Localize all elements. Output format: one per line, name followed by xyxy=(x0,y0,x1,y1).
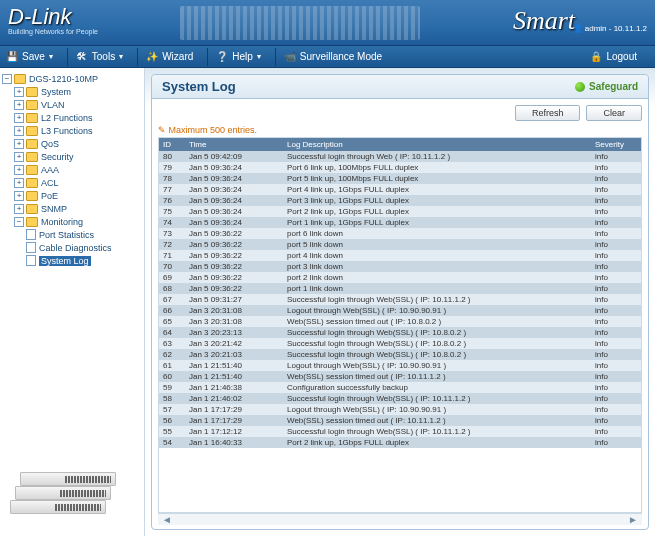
table-row[interactable]: 75Jan 5 09:36:24Port 2 link up, 1Gbps FU… xyxy=(159,206,641,217)
table-row[interactable]: 65Jan 3 20:31:08Web(SSL) session timed o… xyxy=(159,316,641,327)
table-row[interactable]: 55Jan 1 17:12:12Successful login through… xyxy=(159,426,641,437)
table-row[interactable]: 80Jan 5 09:42:09Successful login through… xyxy=(159,151,641,162)
table-row[interactable]: 57Jan 1 17:17:29Logout through Web(SSL) … xyxy=(159,404,641,415)
tools-menu[interactable]: 🛠 Tools ▾ xyxy=(70,46,135,67)
cell-sev: info xyxy=(591,404,641,415)
expand-icon[interactable]: + xyxy=(14,152,24,162)
table-row[interactable]: 73Jan 5 09:36:22port 6 link downinfo xyxy=(159,228,641,239)
table-row[interactable]: 72Jan 5 09:36:22port 5 link downinfo xyxy=(159,239,641,250)
table-row[interactable]: 58Jan 1 21:46:02Successful login through… xyxy=(159,393,641,404)
refresh-button[interactable]: Refresh xyxy=(515,105,581,121)
table-row[interactable]: 68Jan 5 09:36:22port 1 link downinfo xyxy=(159,283,641,294)
tree-item-security[interactable]: +Security xyxy=(2,150,142,163)
cell-id: 73 xyxy=(159,228,185,239)
table-row[interactable]: 64Jan 3 20:23:13Successful login through… xyxy=(159,327,641,338)
chevron-down-icon: ▾ xyxy=(257,52,261,61)
cell-sev: info xyxy=(591,382,641,393)
expand-icon[interactable]: + xyxy=(14,165,24,175)
tree-item-vlan[interactable]: +VLAN xyxy=(2,98,142,111)
collapse-icon[interactable]: − xyxy=(14,217,24,227)
scroll-right-icon[interactable]: ► xyxy=(628,514,638,525)
tree-item-label: Security xyxy=(41,152,74,162)
expand-icon[interactable]: + xyxy=(14,139,24,149)
expand-icon[interactable]: + xyxy=(14,178,24,188)
cell-sev: info xyxy=(591,206,641,217)
wizard-label: Wizard xyxy=(162,51,193,62)
tree-item-label: L3 Functions xyxy=(41,126,93,136)
tree-item-aaa[interactable]: +AAA xyxy=(2,163,142,176)
table-row[interactable]: 67Jan 5 09:31:27Successful login through… xyxy=(159,294,641,305)
cell-id: 64 xyxy=(159,327,185,338)
cell-sev: info xyxy=(591,217,641,228)
expand-icon[interactable]: + xyxy=(14,113,24,123)
table-row[interactable]: 70Jan 5 09:36:22port 3 link downinfo xyxy=(159,261,641,272)
clear-button[interactable]: Clear xyxy=(586,105,642,121)
cell-time: Jan 1 16:40:33 xyxy=(185,437,283,448)
tree-root[interactable]: − DGS-1210-10MP xyxy=(2,72,142,85)
page-icon xyxy=(26,255,36,266)
table-row[interactable]: 76Jan 5 09:36:24Port 3 link up, 1Gbps FU… xyxy=(159,195,641,206)
tree-item-label: Port Statistics xyxy=(39,230,94,240)
collapse-icon[interactable]: − xyxy=(2,74,12,84)
wizard-button[interactable]: ✨ Wizard xyxy=(140,46,205,67)
tree-item-system[interactable]: +System xyxy=(2,85,142,98)
table-row[interactable]: 77Jan 5 09:36:24Port 4 link up, 1Gbps FU… xyxy=(159,184,641,195)
logout-button[interactable]: 🔒 Logout xyxy=(584,46,649,67)
cell-id: 59 xyxy=(159,382,185,393)
help-menu[interactable]: ❔ Help ▾ xyxy=(210,46,273,67)
col-id: ID xyxy=(159,138,185,151)
tree-item-l2-functions[interactable]: +L2 Functions xyxy=(2,111,142,124)
cell-id: 75 xyxy=(159,206,185,217)
table-row[interactable]: 63Jan 3 20:21:42Successful login through… xyxy=(159,338,641,349)
table-row[interactable]: 78Jan 5 09:36:24Port 5 link up, 100Mbps … xyxy=(159,173,641,184)
cell-desc: port 1 link down xyxy=(283,283,591,294)
tree-item-cable-diagnostics[interactable]: Cable Diagnostics xyxy=(2,241,142,254)
folder-icon xyxy=(26,204,38,214)
cell-time: Jan 5 09:36:24 xyxy=(185,206,283,217)
table-row[interactable]: 56Jan 1 17:17:29Web(SSL) session timed o… xyxy=(159,415,641,426)
expand-icon[interactable]: + xyxy=(14,87,24,97)
cell-sev: info xyxy=(591,272,641,283)
folder-icon xyxy=(26,191,38,201)
expand-icon[interactable]: + xyxy=(14,100,24,110)
cell-desc: Web(SSL) session timed out ( IP: 10.8.0.… xyxy=(283,316,591,327)
table-row[interactable]: 66Jan 3 20:31:08Logout through Web(SSL) … xyxy=(159,305,641,316)
table-row[interactable]: 60Jan 1 21:51:40Web(SSL) session timed o… xyxy=(159,371,641,382)
table-row[interactable]: 62Jan 3 20:21:03Successful login through… xyxy=(159,349,641,360)
folder-icon xyxy=(26,178,38,188)
expand-icon[interactable]: + xyxy=(14,204,24,214)
cell-sev: info xyxy=(591,250,641,261)
cell-id: 80 xyxy=(159,151,185,162)
product-line-logo: Smart xyxy=(513,6,575,36)
table-row[interactable]: 71Jan 5 09:36:22port 4 link downinfo xyxy=(159,250,641,261)
system-log-panel: System Log Safeguard Refresh Clear Maxim… xyxy=(151,74,649,530)
cell-time: Jan 3 20:21:42 xyxy=(185,338,283,349)
user-label: admin - 10.11.1.2 xyxy=(573,24,648,33)
cell-id: 70 xyxy=(159,261,185,272)
cell-id: 79 xyxy=(159,162,185,173)
table-row[interactable]: 61Jan 1 21:51:40Logout through Web(SSL) … xyxy=(159,360,641,371)
tree-item-monitoring[interactable]: −Monitoring xyxy=(2,215,142,228)
surveillance-button[interactable]: 📹 Surveillance Mode xyxy=(278,46,394,67)
cell-desc: Port 2 link up, 1Gbps FULL duplex xyxy=(283,206,591,217)
expand-icon[interactable]: + xyxy=(14,191,24,201)
cell-id: 54 xyxy=(159,437,185,448)
expand-icon[interactable]: + xyxy=(14,126,24,136)
tree-item-qos[interactable]: +QoS xyxy=(2,137,142,150)
cell-id: 65 xyxy=(159,316,185,327)
table-row[interactable]: 79Jan 5 09:36:24Port 6 link up, 100Mbps … xyxy=(159,162,641,173)
scroll-left-icon[interactable]: ◄ xyxy=(162,514,172,525)
save-menu[interactable]: 💾 Save ▾ xyxy=(0,46,65,67)
table-row[interactable]: 69Jan 5 09:36:22port 2 link downinfo xyxy=(159,272,641,283)
horizontal-scrollbar[interactable]: ◄ ► xyxy=(158,513,642,525)
tree-root-label: DGS-1210-10MP xyxy=(29,74,98,84)
tree-item-poe[interactable]: +PoE xyxy=(2,189,142,202)
table-row[interactable]: 54Jan 1 16:40:33Port 2 link up, 1Gbps FU… xyxy=(159,437,641,448)
table-row[interactable]: 74Jan 5 09:36:24Port 1 link up, 1Gbps FU… xyxy=(159,217,641,228)
tree-item-system-log[interactable]: System Log xyxy=(2,254,142,267)
tree-item-l3-functions[interactable]: +L3 Functions xyxy=(2,124,142,137)
tree-item-acl[interactable]: +ACL xyxy=(2,176,142,189)
tree-item-port-statistics[interactable]: Port Statistics xyxy=(2,228,142,241)
tree-item-snmp[interactable]: +SNMP xyxy=(2,202,142,215)
table-row[interactable]: 59Jan 1 21:46:38Configuration successful… xyxy=(159,382,641,393)
